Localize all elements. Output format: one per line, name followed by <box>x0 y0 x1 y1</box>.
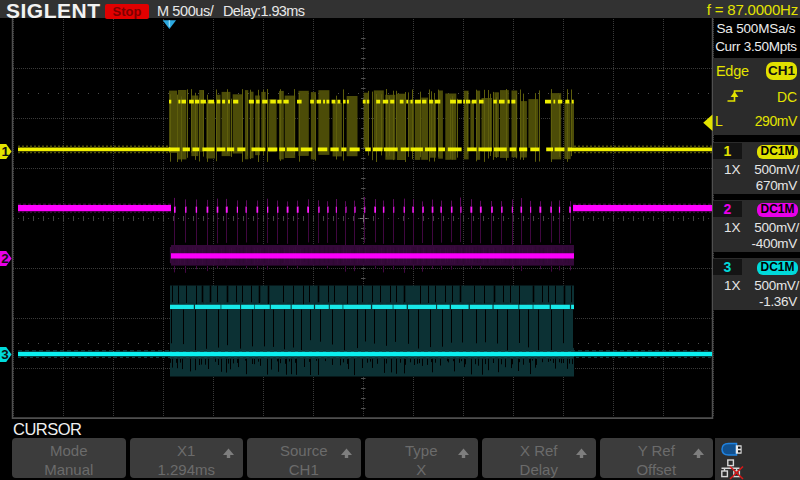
svg-text:2: 2 <box>1 251 9 266</box>
svg-text:3: 3 <box>1 347 9 362</box>
svg-text:1: 1 <box>2 144 10 159</box>
